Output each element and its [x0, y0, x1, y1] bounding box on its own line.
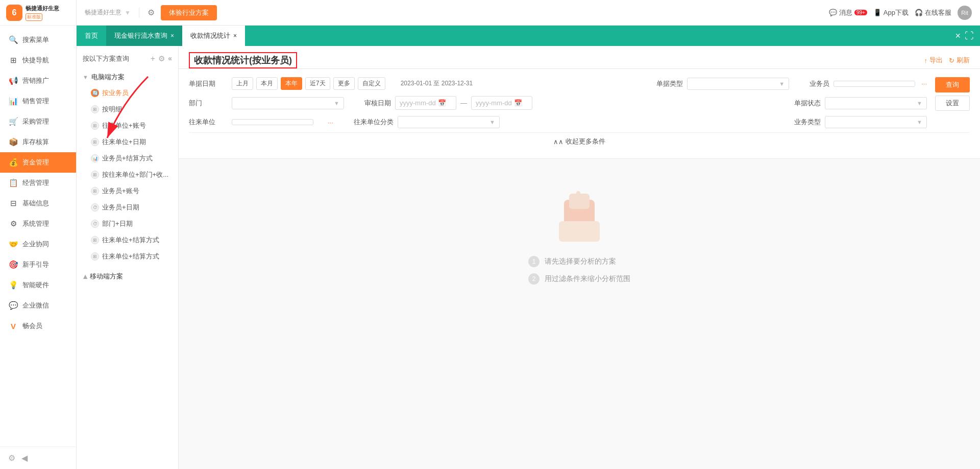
- trial-button[interactable]: 体验行业方案: [161, 5, 217, 20]
- sidebar-item-purchase[interactable]: 🛒 采购管理: [0, 111, 76, 132]
- wechat-icon: 💬: [8, 300, 18, 311]
- settings-button[interactable]: 设置: [935, 96, 970, 111]
- doc-status-filter: 单据状态 ▼: [794, 97, 927, 109]
- sidebar-item-operation[interactable]: 📋 经营管理: [0, 173, 76, 193]
- client-category-select[interactable]: ▼: [398, 116, 500, 128]
- tab-bank-flow[interactable]: 现金银行流水查询 ×: [106, 26, 182, 46]
- left-panel-actions: + ⚙ «: [151, 54, 172, 63]
- robot-illustration: [554, 190, 605, 246]
- scheme-item-by-salesperson[interactable]: 🔄 按业务员: [77, 85, 178, 101]
- sidebar-item-marketing[interactable]: 📢 营销推广: [0, 71, 76, 91]
- topbar-gear-icon[interactable]: ⚙: [148, 8, 155, 17]
- audit-date-start[interactable]: yyyy-mm-dd 📅: [395, 96, 456, 110]
- scheme-icon-client-settlement2: ⊞: [91, 252, 99, 261]
- collapse-filter-button[interactable]: ∧∧ 收起更多条件: [189, 132, 970, 150]
- doc-type-select[interactable]: ▼: [687, 78, 789, 90]
- sidebar-item-search-menu[interactable]: 🔍 搜索菜单: [0, 30, 76, 50]
- customer-service-action[interactable]: 🎧 在线客服: [915, 8, 951, 17]
- date-btn-this-year[interactable]: 本年: [281, 77, 302, 90]
- filter-rows-wrapper: 单据日期 上月 本月 本年 近7天 更多 自定义 2023-01-01 至 20…: [189, 77, 970, 128]
- guide-icon: 🎯: [8, 260, 18, 270]
- client-input[interactable]: [232, 119, 313, 125]
- sidebar-item-guide[interactable]: 🎯 新手引导: [0, 254, 76, 275]
- sidebar: 6 畅捷通好生意 标准版 🔍 搜索菜单 ⊞ 快捷导航 📢 营销推广 📊 销售管理…: [0, 0, 77, 469]
- sidebar-item-wechat[interactable]: 💬 企业微信: [0, 295, 76, 316]
- dept-label: 部门: [189, 99, 219, 108]
- doc-type-chevron-icon: ▼: [779, 81, 785, 87]
- tab-bank-flow-close[interactable]: ×: [170, 32, 174, 39]
- settings-scheme-icon[interactable]: ⚙: [158, 54, 165, 63]
- scheme-icon-detail: ⊞: [91, 105, 99, 113]
- date-btn-more[interactable]: 更多: [333, 77, 355, 90]
- export-button[interactable]: ↑ 导出: [924, 56, 943, 65]
- sidebar-item-basic[interactable]: ⊟ 基础信息: [0, 193, 76, 214]
- scheme-item-salesperson-account[interactable]: ⊞ 业务员+账号: [77, 183, 178, 199]
- scheme-item-client-settlement1[interactable]: ⊞ 往来单位+结算方式: [77, 232, 178, 248]
- scheme-item-salesperson-date[interactable]: ⏱ 业务员+日期: [77, 199, 178, 216]
- date-label: 单据日期: [189, 79, 219, 88]
- empty-step-2: 2 用过滤条件来缩小分析范围: [528, 273, 630, 285]
- topbar: 畅捷通好生意 ▼ ⚙ 体验行业方案 💬 消息 99+ 📱 App下载 🎧 在线客…: [77, 0, 980, 26]
- tab-home[interactable]: 首页: [77, 26, 106, 46]
- scheme-icon-salesperson-account: ⊞: [91, 187, 99, 195]
- topbar-breadcrumb: 畅捷通好生意 ▼: [85, 8, 131, 17]
- app-download-action[interactable]: 📱 App下载: [873, 8, 909, 17]
- scheme-item-by-detail[interactable]: ⊞ 按明细: [77, 101, 178, 118]
- sidebar-item-system[interactable]: ⚙ 系统管理: [0, 214, 76, 234]
- date-btn-this-month[interactable]: 本月: [256, 77, 278, 90]
- sidebar-item-hardware[interactable]: 💡 智能硬件: [0, 275, 76, 295]
- desktop-scheme-group: ▼ 电脑端方案 🔄 按业务员 ⊞ 按明细 ⊞ 往来单位+账号 ⊞: [77, 67, 178, 267]
- tab-collection-stats[interactable]: 收款情况统计 ×: [182, 26, 245, 46]
- scheme-icon-salesperson-settlement: 📊: [91, 154, 99, 162]
- scheme-item-client-account[interactable]: ⊞ 往来单位+账号: [77, 118, 178, 134]
- scheme-item-salesperson-settlement[interactable]: 📊 业务员+结算方式: [77, 150, 178, 167]
- member-icon: V: [8, 321, 18, 331]
- messages-action[interactable]: 💬 消息 99+: [829, 8, 867, 17]
- refresh-button[interactable]: ↻ 刷新: [949, 56, 970, 65]
- doc-type-filter: 单据类型 ▼: [656, 78, 789, 90]
- salesperson-input[interactable]: [834, 81, 915, 87]
- mobile-group-title[interactable]: ▶ 移动端方案: [77, 269, 178, 284]
- sidebar-nav: 🔍 搜索菜单 ⊞ 快捷导航 📢 营销推广 📊 销售管理 🛒 采购管理 📦 库存核…: [0, 26, 76, 447]
- dept-select[interactable]: ▼: [232, 97, 344, 109]
- sidebar-item-finance[interactable]: 💰 资金管理: [0, 152, 76, 173]
- desktop-group-title[interactable]: ▼ 电脑端方案: [77, 69, 178, 85]
- client-category-chevron-icon: ▼: [489, 119, 495, 125]
- scheme-item-dept-date[interactable]: ⏱ 部门+日期: [77, 216, 178, 232]
- date-btn-custom[interactable]: 自定义: [358, 77, 385, 90]
- audit-date-end[interactable]: yyyy-mm-dd 📅: [471, 96, 532, 110]
- query-button[interactable]: 查询: [935, 77, 970, 92]
- page-header: 收款情况统计(按业务员) ↑ 导出 ↻ 刷新: [179, 46, 980, 69]
- phone-icon: 📱: [873, 9, 881, 16]
- client-more-icon[interactable]: ···: [328, 119, 333, 126]
- message-badge: 99+: [854, 10, 867, 15]
- basic-icon: ⊟: [8, 198, 18, 208]
- sidebar-item-quick-nav[interactable]: ⊞ 快捷导航: [0, 50, 76, 71]
- sidebar-settings-icon[interactable]: ⚙: [8, 453, 15, 463]
- sidebar-item-member[interactable]: V 畅会员: [0, 316, 76, 336]
- window-maximize-icon[interactable]: ⛶: [965, 31, 974, 41]
- scheme-item-client-settlement2[interactable]: ⊞ 往来单位+结算方式: [77, 248, 178, 265]
- salesperson-more-icon[interactable]: ···: [921, 80, 927, 87]
- window-close-icon[interactable]: ×: [955, 31, 961, 41]
- sidebar-item-sales[interactable]: 📊 销售管理: [0, 91, 76, 111]
- sidebar-item-enterprise[interactable]: 🤝 企业协同: [0, 234, 76, 254]
- scheme-icon-client-account: ⊞: [91, 122, 99, 130]
- scheme-item-client-date[interactable]: ⊞ 往来单位+日期: [77, 134, 178, 150]
- sidebar-collapse-icon[interactable]: ◀: [21, 453, 28, 463]
- tab-collection-stats-close[interactable]: ×: [233, 32, 237, 39]
- date-btn-last-month[interactable]: 上月: [232, 77, 253, 90]
- sidebar-item-inventory[interactable]: 📦 库存核算: [0, 132, 76, 152]
- salesperson-label: 业务员: [810, 79, 829, 88]
- client-category-label: 往来单位分类: [354, 118, 394, 127]
- collapse-panel-icon[interactable]: «: [168, 54, 172, 63]
- user-avatar[interactable]: Rit: [958, 6, 972, 20]
- add-scheme-icon[interactable]: +: [151, 54, 155, 63]
- quick-nav-icon: ⊞: [8, 55, 18, 65]
- date-btn-last-7[interactable]: 近7天: [305, 77, 330, 90]
- client-category-filter: 往来单位分类 ▼: [354, 116, 500, 128]
- doc-status-select[interactable]: ▼: [825, 97, 927, 109]
- scheme-item-client-dept[interactable]: ⊞ 按往来单位+部门+收...: [77, 167, 178, 183]
- business-type-select[interactable]: ▼: [825, 116, 927, 128]
- page-title: 收款情况统计(按业务员): [189, 52, 297, 68]
